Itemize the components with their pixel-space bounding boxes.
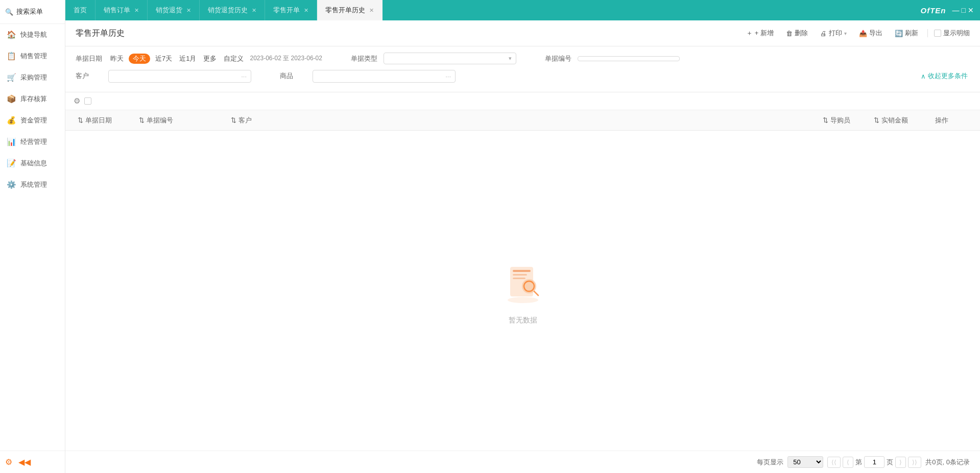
customer-dots-icon[interactable]: ··· (241, 72, 247, 80)
bill-type-label: 单据类型 (351, 54, 379, 63)
date-option-7days[interactable]: 近7天 (153, 54, 174, 64)
print-button[interactable]: 🖨 打印 ▾ (817, 27, 850, 40)
delete-icon: 🗑 (786, 30, 793, 37)
tab-sales-return-close[interactable]: ✕ (186, 7, 191, 14)
sort-icon-amount: ⇅ (874, 116, 879, 124)
th-customer-label: 客户 (238, 116, 252, 125)
date-option-more[interactable]: 更多 (201, 54, 219, 64)
tab-retail-open-close[interactable]: ✕ (304, 7, 308, 14)
tab-sales-order[interactable]: 销售订单 ✕ (95, 0, 148, 20)
add-icon: ＋ (746, 29, 753, 38)
display-detail-label: 显示明细 (943, 29, 970, 38)
svg-point-0 (508, 297, 538, 303)
collapse-filter[interactable]: ∧ 收起更多条件 (919, 69, 970, 83)
sort-icon-customer: ⇅ (231, 116, 236, 124)
tab-retail-history-close[interactable]: ✕ (369, 7, 374, 14)
sidebar-item-system-mgmt[interactable]: ⚙️ 系统管理 (0, 174, 65, 195)
bill-type-filter-group: 单据类型 ▾ (351, 53, 516, 64)
refresh-label: 刷新 (905, 29, 918, 38)
topbar-tabs: 首页 销售订单 ✕ 销货退货 ✕ 销货退货历史 ✕ 零售开单 ✕ 零售开单历史 … (65, 0, 383, 20)
tab-sales-return-history-close[interactable]: ✕ (252, 7, 256, 14)
window-minimize-icon[interactable]: — (952, 6, 960, 14)
window-close-icon[interactable]: ✕ (968, 6, 974, 14)
bill-no-label: 单据编号 (545, 54, 573, 63)
empty-illustration (497, 257, 548, 308)
date-filter-group: 单据日期 昨天 今天 近7天 近1月 更多 自定义 2023-06-02 至 2… (76, 54, 322, 64)
sidebar-item-label: 经营管理 (20, 137, 47, 146)
print-dropdown-icon: ▾ (844, 31, 847, 36)
sidebar-item-quick-nav[interactable]: 🏠 快捷导航 (0, 24, 65, 45)
tab-sales-return[interactable]: 销货退货 ✕ (148, 0, 200, 20)
th-billno-label: 单据编号 (147, 116, 173, 125)
page-suffix: 页 (887, 458, 893, 467)
display-detail-toggle[interactable]: 显示明细 (934, 29, 970, 38)
page-number-input[interactable] (864, 456, 885, 468)
page-header: 零售开单历史 ＋ + 新增 🗑 删除 🖨 打印 ▾ 📤 导出 (65, 20, 980, 46)
collapse-up-icon: ∧ (921, 72, 926, 80)
svg-rect-4 (513, 278, 525, 279)
tab-home[interactable]: 首页 (65, 0, 95, 20)
empty-text: 暂无数据 (509, 316, 537, 325)
window-maximize-icon[interactable]: □ (962, 6, 966, 14)
sidebar-item-sales-mgmt[interactable]: 📋 销售管理 (0, 45, 65, 67)
per-page-select[interactable]: 50 10 20 100 (787, 456, 823, 468)
prev-page-btn[interactable]: ⟨ (843, 457, 853, 468)
sort-icon-guide: ⇅ (823, 116, 828, 124)
tab-retail-open-label: 零售开单 (273, 6, 300, 15)
tab-retail-open[interactable]: 零售开单 ✕ (265, 0, 317, 20)
tab-sales-order-label: 销售订单 (104, 6, 130, 15)
table-header: ⇅ 单据日期 ⇅ 单据编号 ⇅ 客户 ⇅ 导购员 ⇅ 实销金额 (65, 110, 980, 131)
refresh-icon: 🔄 (895, 30, 903, 37)
sidebar-item-inventory[interactable]: 📦 库存核算 (0, 88, 65, 110)
th-amount[interactable]: ⇅ 实销金额 (870, 116, 931, 125)
display-detail-checkbox[interactable] (934, 30, 941, 37)
page-content: 零售开单历史 ＋ + 新增 🗑 删除 🖨 打印 ▾ 📤 导出 (65, 20, 980, 473)
sidebar-item-finance[interactable]: 💰 资金管理 (0, 110, 65, 131)
sidebar-item-label: 采购管理 (20, 73, 47, 82)
add-button[interactable]: ＋ + 新增 (743, 27, 777, 40)
tab-retail-history[interactable]: 零售开单历史 ✕ (317, 0, 383, 20)
next-page-btn[interactable]: ⟩ (895, 457, 906, 468)
page-label: 第 (855, 458, 862, 467)
select-all-checkbox[interactable] (84, 97, 91, 105)
date-option-1month[interactable]: 近1月 (177, 54, 198, 64)
last-page-btn[interactable]: ⟩⟩ (908, 457, 921, 468)
goods-dots-icon[interactable]: ··· (445, 72, 451, 80)
export-button[interactable]: 📤 导出 (856, 27, 886, 40)
sidebar-item-basic-info[interactable]: 📝 基础信息 (0, 153, 65, 174)
th-guide[interactable]: ⇅ 导购员 (819, 116, 870, 125)
customer-input[interactable]: ··· (108, 70, 251, 83)
sidebar-search[interactable]: 🔍 搜索采单 (0, 0, 65, 24)
collapse-filter-btn[interactable]: ∧ 收起更多条件 (919, 69, 970, 83)
settings-gear-icon[interactable]: ⚙ (5, 457, 12, 467)
th-amount-label: 实销金额 (881, 116, 908, 125)
date-option-today[interactable]: 今天 (129, 54, 150, 64)
sidebar-item-operations[interactable]: 📊 经营管理 (0, 131, 65, 153)
th-customer[interactable]: ⇅ 客户 (227, 116, 819, 125)
table-settings-icon[interactable]: ⚙ (74, 96, 80, 106)
sidebar-item-purchase-mgmt[interactable]: 🛒 采购管理 (0, 67, 65, 88)
topbar-right: OfTEn — □ ✕ (917, 6, 980, 15)
tab-sales-return-history[interactable]: 销货退货历史 ✕ (200, 0, 265, 20)
bill-no-input[interactable] (578, 56, 680, 61)
th-billno[interactable]: ⇅ 单据编号 (135, 116, 227, 125)
delete-button[interactable]: 🗑 删除 (783, 27, 811, 40)
date-option-custom[interactable]: 自定义 (222, 54, 246, 64)
customer-filter-group: 客户 ··· (76, 70, 251, 83)
tab-home-label: 首页 (74, 6, 87, 15)
sidebar-collapse-icon[interactable]: ◀◀ (18, 457, 31, 467)
sidebar-menu: 🏠 快捷导航 📋 销售管理 🛒 采购管理 📦 库存核算 💰 资金管理 📊 经营管… (0, 24, 65, 451)
th-date[interactable]: ⇅ 单据日期 (74, 116, 135, 125)
refresh-button[interactable]: 🔄 刷新 (892, 27, 921, 40)
tab-sales-order-close[interactable]: ✕ (134, 7, 139, 14)
customer-label: 客户 (76, 71, 104, 81)
print-icon: 🖨 (820, 30, 827, 37)
th-op-label: 操作 (935, 116, 948, 125)
first-page-btn[interactable]: ⟨⟨ (827, 457, 841, 468)
page-nav: ⟨⟨ ⟨ 第 页 ⟩ ⟩⟩ (827, 456, 921, 468)
toolbar: ＋ + 新增 🗑 删除 🖨 打印 ▾ 📤 导出 🔄 (743, 27, 970, 40)
goods-input[interactable]: ··· (313, 70, 456, 83)
bill-type-select[interactable]: ▾ (384, 53, 516, 64)
sidebar-item-label: 基础信息 (20, 159, 47, 168)
date-option-yesterday[interactable]: 昨天 (108, 54, 126, 64)
